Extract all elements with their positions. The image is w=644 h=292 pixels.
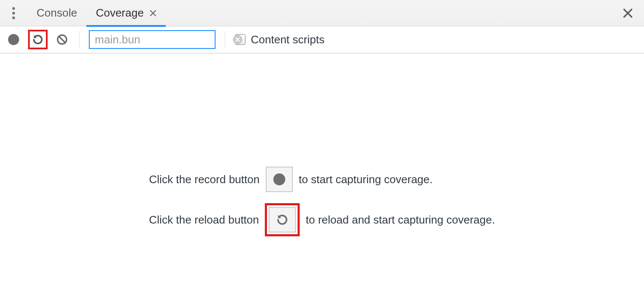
content-scripts-toggle[interactable]: Content scripts — [235, 33, 324, 46]
inline-record-button[interactable] — [266, 167, 293, 192]
close-icon — [622, 8, 633, 19]
inline-reload-button[interactable] — [269, 207, 296, 232]
svg-point-0 — [12, 7, 15, 9]
coverage-toolbar: Content scripts — [0, 26, 644, 54]
reload-icon — [276, 213, 289, 226]
close-icon — [150, 10, 156, 17]
more-tabs-button[interactable] — [0, 7, 27, 20]
content-scripts-label: Content scripts — [251, 33, 324, 46]
drawer-tabbar: Console Coverage — [0, 0, 644, 26]
ban-icon — [56, 34, 68, 45]
tab-console[interactable]: Console — [27, 0, 86, 26]
clear-icon — [233, 35, 242, 44]
coverage-main: Click the record button to start capturi… — [0, 54, 644, 292]
url-filter-clear[interactable] — [233, 34, 242, 45]
drawer-close-button[interactable] — [618, 0, 638, 26]
tab-coverage[interactable]: Coverage — [86, 0, 166, 26]
kebab-icon — [12, 7, 15, 20]
empty-record-prefix: Click the record button — [149, 173, 260, 186]
url-filter[interactable] — [89, 30, 216, 49]
reload-icon — [32, 34, 44, 45]
tab-console-label: Console — [37, 6, 77, 20]
url-filter-input[interactable] — [95, 33, 233, 46]
toolbar-divider — [79, 31, 79, 48]
record-icon — [273, 173, 285, 185]
clear-button[interactable] — [54, 32, 70, 47]
annotation-highlight — [28, 30, 48, 49]
tab-coverage-label: Coverage — [96, 6, 144, 20]
empty-record-suffix: to start capturing coverage. — [299, 173, 433, 186]
empty-reload-prefix: Click the reload button — [149, 213, 259, 227]
svg-point-1 — [12, 11, 15, 14]
empty-reload-suffix: to reload and start capturing coverage. — [306, 213, 495, 227]
reload-button[interactable] — [31, 32, 45, 47]
tab-coverage-close[interactable] — [150, 10, 156, 17]
record-button[interactable] — [6, 32, 21, 47]
coverage-empty-state: Click the record button to start capturi… — [149, 156, 495, 247]
annotation-highlight — [265, 203, 300, 236]
svg-point-2 — [12, 16, 15, 19]
empty-reload-row: Click the reload button to reload and st… — [149, 203, 495, 236]
record-icon — [8, 34, 19, 45]
empty-record-row: Click the record button to start capturi… — [149, 167, 495, 192]
